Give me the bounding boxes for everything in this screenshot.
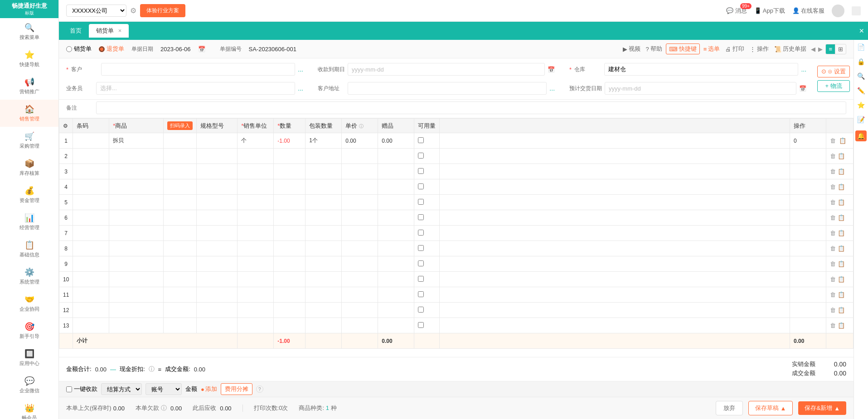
tab-close-icon[interactable]: × [118, 27, 122, 34]
save-new-button[interactable]: 保存&新增 ▲ [798, 401, 846, 415]
copy-icon[interactable]: 📋 [838, 230, 845, 236]
sidebar-item-guide[interactable]: 🎯 新手引导 [0, 317, 58, 344]
copy-icon[interactable]: 📋 [838, 199, 845, 206]
print-btn[interactable]: 🖨 打印 [723, 44, 746, 54]
sidebar-item-inventory[interactable]: 📦 库存核算 [0, 154, 58, 181]
sidebar-item-system[interactable]: ⚙️ 系统管理 [0, 263, 58, 290]
video-btn[interactable]: ▶ 视频 [621, 44, 642, 54]
message-badge[interactable]: 💬 消息 99+ [726, 7, 747, 15]
add-payment-btn[interactable]: ● 添加 [201, 385, 217, 393]
delete-icon[interactable]: 🗑 [830, 199, 836, 206]
sidebar-item-enterprise[interactable]: 🤝 企业协同 [0, 290, 58, 317]
sidebar-item-marketing[interactable]: 📢 营销推广 [0, 72, 58, 100]
salesperson-input[interactable]: 选择... [96, 82, 295, 95]
save-draft-button[interactable]: 保存草稿 ▲ [748, 401, 793, 415]
payment-due-input[interactable]: yyyy-mm-dd [348, 63, 545, 76]
cell-product[interactable]: 拆贝 [109, 133, 164, 149]
side-panel-icon-2[interactable]: 🔒 [857, 58, 865, 65]
side-panel-icon-4[interactable]: ✏️ [857, 87, 865, 94]
sidebar-item-quicknav[interactable]: ⭐ 快捷导航 [0, 45, 58, 72]
radio-return-order[interactable]: 退货单 [99, 45, 124, 53]
grid-view-btn[interactable]: ⊞ [835, 44, 846, 54]
radio-sales-order[interactable]: 销货单 [66, 45, 92, 53]
delete-icon[interactable]: 🗑 [830, 183, 836, 190]
avatar[interactable] [832, 5, 844, 17]
copy-icon[interactable]: 📋 [838, 245, 845, 252]
scan-btn[interactable]: 扫码录入 [167, 121, 193, 130]
next-btn[interactable]: ▶ [817, 45, 824, 53]
cell-pkg[interactable]: 1个 [305, 133, 342, 149]
cell-qty[interactable]: -1.00 [274, 133, 305, 149]
company-selector[interactable]: XXXXXX公司 [66, 5, 126, 17]
sidebar-item-apps[interactable]: 🔲 应用中心 [0, 344, 58, 371]
product-type-link[interactable]: 1 [326, 405, 329, 411]
copy-icon[interactable]: 📋 [838, 214, 845, 221]
sidebar-item-finance[interactable]: 💰 资金管理 [0, 181, 58, 208]
logistics-button[interactable]: + 物流 [817, 80, 850, 92]
delete-icon[interactable]: 🗑 [830, 307, 836, 313]
th-scan[interactable]: 扫码录入 [164, 119, 197, 133]
customer-ellipsis[interactable]: ... [298, 66, 303, 73]
delivery-calendar[interactable]: 📅 [799, 85, 806, 92]
sidebar-item-sales[interactable]: 🏠 销售管理 [0, 100, 58, 127]
settings-panel-button[interactable]: ⊙ ⊙ 设置 [817, 66, 850, 77]
copy-icon[interactable]: 📋 [838, 307, 845, 313]
side-panel-icon-6[interactable]: 📝 [857, 116, 865, 123]
salesperson-ellipsis[interactable]: ... [298, 85, 303, 92]
copy-icon[interactable]: 📋 [838, 260, 845, 267]
list-view-btn[interactable]: ≡ [826, 44, 835, 54]
sidebar-item-purchase[interactable]: 🛒 采购管理 [0, 127, 58, 154]
sidebar-item-basic[interactable]: 📋 基础信息 [0, 236, 58, 263]
help-btn[interactable]: ? 帮助 [644, 44, 664, 54]
cell-amount[interactable]: 0.00 [378, 133, 414, 149]
copy-icon[interactable]: 📋 [838, 291, 845, 298]
quick-pay-checkbox[interactable] [66, 386, 72, 392]
payment-help-icon[interactable]: ? [256, 385, 263, 393]
copy-icon[interactable]: 📋 [838, 153, 845, 159]
sidebar-item-search[interactable]: 🔍 搜索菜单 [0, 18, 58, 45]
side-panel-icon-5[interactable]: ⭐ [857, 101, 865, 109]
cell-barcode[interactable] [73, 133, 109, 149]
company-settings-icon[interactable]: ⚙ [130, 6, 136, 15]
delete-icon[interactable]: 🗑 [830, 168, 836, 175]
side-panel-icon-7[interactable]: 🔔 [855, 130, 867, 141]
payment-method-select[interactable]: 结算方式 [101, 383, 142, 395]
tab-sales-order[interactable]: 销货单 × [89, 24, 129, 38]
payment-due-calendar[interactable]: 📅 [548, 66, 555, 73]
delete-icon[interactable]: 🗑 [830, 291, 836, 298]
discount-info-icon[interactable]: ⓘ [149, 365, 155, 373]
copy-icon[interactable]: 📋 [838, 322, 845, 329]
th-settings[interactable]: ⚙ [59, 119, 73, 133]
sidebar-item-wechat[interactable]: 💬 企业微信 [0, 371, 58, 399]
side-panel-icon-1[interactable]: 📄 [857, 43, 865, 51]
tab-home[interactable]: 首页 [63, 24, 89, 38]
customer-input[interactable] [101, 63, 295, 76]
delete-icon[interactable]: 🗑 [830, 153, 836, 159]
cell-gift[interactable] [414, 133, 440, 149]
copy-icon[interactable]: 📋 [838, 183, 845, 190]
copy-icon[interactable]: 📋 [839, 137, 846, 144]
quick-pay-label[interactable]: 一键收款 [66, 385, 97, 393]
delete-icon[interactable]: 🗑 [830, 230, 836, 236]
window-close-icon[interactable]: ✕ [859, 27, 864, 34]
delete-icon[interactable]: 🗑 [830, 137, 836, 144]
copy-icon[interactable]: 📋 [838, 276, 845, 283]
shortcut-btn[interactable]: ⌨ 快捷键 [666, 43, 700, 54]
history-btn[interactable]: 📜 历史单据 [772, 44, 808, 54]
copy-icon[interactable]: 📋 [838, 168, 845, 175]
delete-icon[interactable]: 🗑 [830, 322, 836, 329]
cell-unit[interactable]: 个 [238, 133, 274, 149]
delete-icon[interactable]: 🗑 [830, 260, 836, 267]
delete-icon[interactable]: 🗑 [830, 276, 836, 283]
warehouse-ellipsis[interactable]: ... [801, 66, 806, 73]
prev-btn[interactable]: ◀ [810, 45, 816, 53]
total-due-info[interactable]: ⓘ [161, 404, 167, 412]
notes-input[interactable] [96, 101, 846, 114]
delivery-date-input[interactable]: yyyy-mm-dd [605, 82, 796, 95]
experience-button[interactable]: 体验行业方案 [140, 4, 185, 17]
choose-btn[interactable]: ≡ 选单 [702, 44, 722, 54]
cell-spec[interactable] [197, 133, 238, 149]
payment-account-select[interactable]: 账号 [145, 383, 182, 395]
calendar-icon[interactable]: 📅 [198, 46, 205, 53]
sidebar-item-member[interactable]: 👑 畅会员 [0, 399, 58, 419]
